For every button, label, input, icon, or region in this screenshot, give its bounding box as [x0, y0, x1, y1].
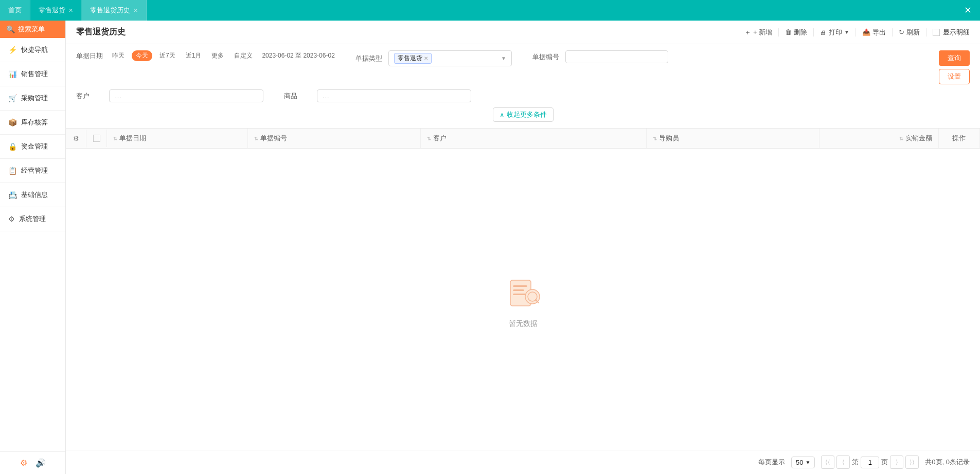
th-ops-label: 操作 — [952, 134, 966, 143]
tab-home-label: 首页 — [8, 6, 22, 15]
tab-retail-return[interactable]: 零售退货 ✕ — [30, 0, 82, 21]
goods-placeholder: … — [323, 92, 466, 100]
sidebar-item-inventory[interactable]: 📦 库存核算 — [0, 111, 65, 135]
sort-amount-icon: ⇅ — [899, 136, 903, 141]
add-label: + 新增 — [753, 28, 772, 37]
window-close-button[interactable]: ✕ — [964, 5, 972, 16]
empty-text: 暂无数据 — [509, 319, 538, 329]
total-info: 共0页, 0条记录 — [925, 458, 970, 467]
page-prev-button[interactable]: ⟨ — [836, 455, 850, 469]
sidebar-item-basic-info[interactable]: 📇 基础信息 — [0, 183, 65, 207]
page-nav: ⟨⟨ ⟨ 第 页 ⟩ ⟩⟩ — [821, 455, 919, 469]
page-label: 第 — [852, 458, 859, 467]
tab-list: 首页 零售退货 ✕ 零售退货历史 ✕ — [0, 0, 964, 21]
tab-retail-return-label: 零售退货 — [39, 6, 65, 15]
date-btn-more[interactable]: 更多 — [208, 50, 227, 61]
empty-state: 暂无数据 — [66, 149, 980, 450]
tab-retail-return-history-label: 零售退货历史 — [90, 6, 130, 15]
header-actions: ＋ + 新增 🗑 删除 🖨 打印 ▼ 📤 导出 — [744, 28, 970, 37]
date-filter-label: 单据日期 — [76, 51, 105, 61]
doc-type-label: 单据类型 — [355, 54, 384, 63]
sidebar-item-quick-nav[interactable]: ⚡ 快捷导航 — [0, 38, 65, 62]
collapse-button[interactable]: ∧ 收起更多条件 — [493, 107, 554, 122]
th-amount[interactable]: ⇅ 实销金额 — [819, 129, 939, 148]
doc-type-select[interactable]: 零售退货 ✕ ▼ — [388, 50, 512, 66]
sidebar-item-operation-label: 经营管理 — [21, 166, 48, 175]
th-customer[interactable]: ⇅ 客户 — [421, 129, 647, 148]
refresh-label: 刷新 — [906, 28, 920, 37]
sidebar-item-inventory-label: 库存核算 — [21, 118, 48, 127]
print-icon: 🖨 — [820, 28, 827, 36]
setting-button[interactable]: 设置 — [939, 69, 970, 84]
filter-area: 单据日期 昨天 今天 近7天 近1月 更多 自定义 2023-06-02 至 2… — [66, 44, 980, 129]
th-checkbox[interactable] — [86, 130, 107, 147]
volume-bottom-icon[interactable]: 🔊 — [35, 458, 46, 468]
th-docnum[interactable]: ⇅ 单据编号 — [248, 129, 421, 148]
svg-rect-1 — [513, 285, 527, 287]
tab-retail-return-close[interactable]: ✕ — [68, 7, 73, 14]
export-button[interactable]: 📤 导出 — [862, 28, 886, 37]
tab-retail-return-history[interactable]: 零售退货历史 ✕ — [82, 0, 147, 21]
delete-label: 删除 — [794, 28, 807, 37]
doc-num-input[interactable] — [565, 50, 668, 63]
refresh-button[interactable]: ↻ 刷新 — [899, 28, 920, 37]
print-arrow-icon: ▼ — [844, 29, 849, 35]
search-bar[interactable]: 🔍 搜索菜单 — [0, 21, 65, 38]
sidebar-item-basic-info-label: 基础信息 — [21, 190, 48, 199]
doc-num-label: 单据编号 — [532, 52, 561, 62]
divider-1 — [778, 28, 779, 37]
display-detail-checkbox[interactable] — [933, 29, 940, 36]
query-button[interactable]: 查询 — [939, 50, 970, 66]
search-bar-text: 搜索菜单 — [18, 25, 45, 34]
delete-button[interactable]: 🗑 删除 — [785, 28, 807, 37]
sidebar-item-sales-mgmt[interactable]: 📊 销售管理 — [0, 62, 65, 86]
basic-info-icon: 📇 — [8, 191, 17, 199]
th-guide[interactable]: ⇅ 导购员 — [647, 129, 819, 148]
print-button[interactable]: 🖨 打印 ▼ — [820, 28, 849, 37]
display-detail-label: 显示明细 — [943, 28, 970, 37]
tab-home[interactable]: 首页 — [0, 0, 30, 21]
th-date-label: 单据日期 — [119, 134, 146, 143]
doc-type-tag-close[interactable]: ✕ — [424, 56, 428, 61]
page-first-button[interactable]: ⟨⟨ — [821, 455, 834, 469]
settings-bottom-icon[interactable]: ⚙ — [20, 458, 27, 468]
date-btn-7days[interactable]: 近7天 — [156, 50, 179, 61]
page-header: 零售退货历史 ＋ + 新增 🗑 删除 🖨 打印 ▼ — [66, 21, 980, 44]
tab-retail-return-history-close[interactable]: ✕ — [133, 7, 138, 14]
date-btn-yesterday[interactable]: 昨天 — [109, 50, 128, 61]
content-area: 零售退货历史 ＋ + 新增 🗑 删除 🖨 打印 ▼ — [66, 21, 980, 474]
page-size-value: 50 — [796, 459, 803, 466]
sidebar-item-purchase-mgmt[interactable]: 🛒 采购管理 — [0, 86, 65, 111]
page-size-label: 每页显示 — [758, 458, 785, 467]
sidebar-item-finance[interactable]: 🔒 资金管理 — [0, 135, 65, 159]
page-size-select[interactable]: 50 ▼ — [791, 457, 815, 468]
sidebar-item-system[interactable]: ⚙ 系统管理 — [0, 207, 65, 231]
page-title: 零售退货历史 — [76, 27, 126, 38]
sidebar-bottom: ⚙ 🔊 — [0, 451, 65, 474]
search-icon: 🔍 — [6, 25, 15, 33]
refresh-icon: ↻ — [899, 28, 904, 36]
sort-date-icon: ⇅ — [113, 136, 117, 141]
collapse-label: 收起更多条件 — [507, 110, 547, 119]
add-button[interactable]: ＋ + 新增 — [744, 28, 772, 37]
gear-icon: ⚙ — [73, 135, 79, 142]
header-checkbox[interactable] — [93, 135, 100, 142]
export-label: 导出 — [872, 28, 886, 37]
divider-3 — [856, 28, 856, 37]
page-last-button[interactable]: ⟩⟩ — [905, 455, 919, 469]
add-icon: ＋ — [744, 28, 751, 37]
date-btn-today[interactable]: 今天 — [132, 50, 152, 61]
date-btn-custom[interactable]: 自定义 — [231, 50, 256, 61]
page-number-input[interactable] — [861, 457, 879, 468]
customer-select[interactable]: … — [109, 89, 263, 102]
date-filter-options: 昨天 今天 近7天 近1月 更多 自定义 — [109, 50, 256, 61]
sidebar-item-operation[interactable]: 📋 经营管理 — [0, 159, 65, 183]
goods-select[interactable]: … — [317, 89, 471, 102]
date-btn-1month[interactable]: 近1月 — [183, 50, 205, 61]
page-next-button[interactable]: ⟩ — [890, 455, 903, 469]
sidebar-item-finance-label: 资金管理 — [21, 142, 48, 151]
th-date[interactable]: ⇅ 单据日期 — [107, 129, 248, 148]
page-unit: 页 — [881, 458, 888, 467]
quick-nav-icon: ⚡ — [8, 46, 17, 54]
th-gear[interactable]: ⚙ — [66, 130, 86, 148]
